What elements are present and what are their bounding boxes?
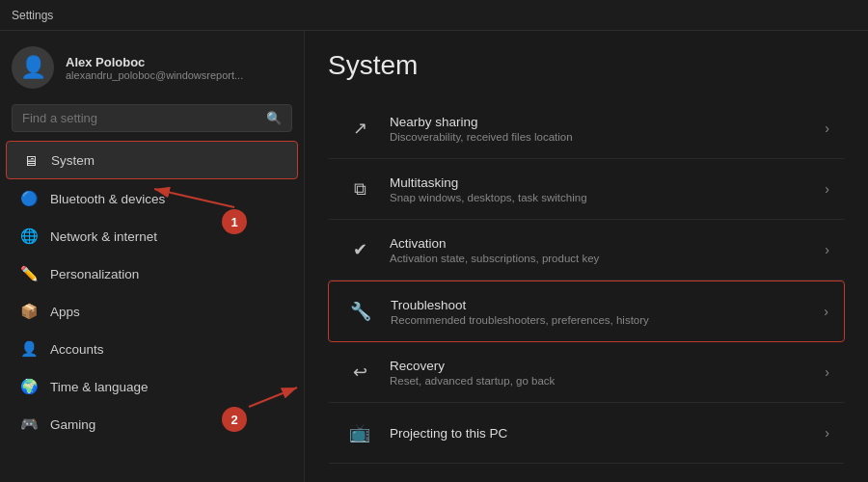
bluetooth-nav-icon: 🔵 — [19, 189, 39, 208]
time-nav-icon: 🌍 — [19, 377, 39, 396]
troubleshoot-title: Troubleshoot — [391, 298, 816, 312]
sidebar: 👤 Alex Poloboc alexandru_poloboc@windows… — [0, 31, 304, 451]
nearby-sharing-text: Nearby sharingDiscoverability, received … — [390, 115, 817, 143]
search-box[interactable]: 🔍 — [12, 104, 292, 132]
projecting-title: Projecting to this PC — [390, 426, 817, 441]
avatar: 👤 — [12, 46, 54, 89]
troubleshoot-icon: 🔧 — [344, 295, 377, 328]
setting-row-activation[interactable]: ✔ActivationActivation state, subscriptio… — [328, 220, 845, 281]
sidebar-item-apps[interactable]: 📦Apps — [6, 293, 298, 330]
recovery-text: RecoveryReset, advanced startup, go back — [390, 359, 817, 387]
troubleshoot-desc: Recommended troubleshooters, preferences… — [391, 314, 816, 326]
projecting-chevron: › — [825, 425, 829, 441]
projecting-text: Projecting to this PC — [390, 426, 817, 441]
sidebar-item-label-accounts: Accounts — [50, 342, 104, 357]
main-layout: 1 2 — [0, 31, 868, 482]
nearby-sharing-desc: Discoverability, received files location — [390, 131, 817, 143]
title-bar: Settings — [0, 0, 868, 31]
nav-container: 🖥System🔵Bluetooth & devices🌐Network & in… — [0, 140, 304, 443]
setting-row-multitasking[interactable]: ⧉MultitaskingSnap windows, desktops, tas… — [328, 159, 845, 220]
sidebar-item-accounts[interactable]: 👤Accounts — [6, 331, 298, 367]
system-nav-icon: 🖥 — [20, 150, 40, 170]
setting-row-troubleshoot[interactable]: 🔧TroubleshootRecommended troubleshooters… — [328, 281, 845, 342]
sidebar-wrapper: 1 2 — [0, 31, 304, 482]
multitasking-desc: Snap windows, desktops, task switching — [390, 192, 817, 203]
user-email: alexandru_poloboc@windowsreport... — [66, 69, 243, 81]
user-info: Alex Poloboc alexandru_poloboc@windowsre… — [66, 55, 243, 81]
annotation-1: 1 — [222, 209, 247, 234]
activation-title: Activation — [390, 236, 817, 251]
sidebar-item-label-gaming: Gaming — [50, 417, 95, 432]
troubleshoot-text: TroubleshootRecommended troubleshooters,… — [391, 298, 816, 326]
sidebar-item-label-network: Network & internet — [50, 229, 157, 244]
recovery-chevron: › — [825, 364, 829, 380]
multitasking-text: MultitaskingSnap windows, desktops, task… — [390, 175, 817, 203]
sidebar-item-gaming[interactable]: 🎮Gaming — [6, 406, 298, 442]
nearby-sharing-chevron: › — [825, 120, 829, 136]
user-name: Alex Poloboc — [66, 55, 243, 69]
sidebar-item-network[interactable]: 🌐Network & internet — [6, 218, 298, 254]
search-icon: 🔍 — [266, 111, 282, 125]
nearby-sharing-icon: ↗ — [343, 112, 376, 145]
network-nav-icon: 🌐 — [19, 227, 39, 246]
multitasking-chevron: › — [825, 181, 829, 197]
sidebar-item-label-system: System — [51, 153, 95, 168]
accounts-nav-icon: 👤 — [19, 339, 39, 359]
search-input[interactable] — [22, 111, 258, 125]
recovery-icon: ↩ — [343, 356, 376, 388]
page-title: System — [328, 50, 845, 81]
activation-icon: ✔ — [343, 233, 376, 266]
sidebar-item-label-personalization: Personalization — [50, 267, 139, 281]
nearby-sharing-title: Nearby sharing — [390, 115, 817, 129]
multitasking-icon: ⧉ — [343, 173, 376, 205]
user-icon: 👤 — [20, 55, 46, 80]
troubleshoot-chevron: › — [824, 304, 828, 319]
sidebar-item-bluetooth[interactable]: 🔵Bluetooth & devices — [6, 180, 298, 217]
annotation-2: 2 — [222, 407, 247, 432]
setting-row-recovery[interactable]: ↩RecoveryReset, advanced startup, go bac… — [328, 342, 845, 403]
user-profile[interactable]: 👤 Alex Poloboc alexandru_poloboc@windows… — [0, 31, 304, 100]
activation-text: ActivationActivation state, subscription… — [390, 236, 817, 264]
setting-row-projecting[interactable]: 📺Projecting to this PC› — [328, 403, 845, 464]
recovery-desc: Reset, advanced startup, go back — [390, 375, 817, 387]
setting-row-nearby-sharing[interactable]: ↗Nearby sharingDiscoverability, received… — [328, 98, 845, 159]
sidebar-item-label-apps: Apps — [50, 305, 80, 319]
projecting-icon: 📺 — [343, 416, 376, 449]
multitasking-title: Multitasking — [390, 175, 817, 190]
sidebar-item-time[interactable]: 🌍Time & language — [6, 368, 298, 405]
gaming-nav-icon: 🎮 — [19, 415, 39, 434]
sidebar-item-label-bluetooth: Bluetooth & devices — [50, 192, 165, 206]
sidebar-item-label-time: Time & language — [50, 380, 149, 394]
content-area: System ↗Nearby sharingDiscoverability, r… — [304, 31, 868, 482]
recovery-title: Recovery — [390, 359, 817, 373]
personalization-nav-icon: ✏️ — [19, 264, 39, 283]
sidebar-item-system[interactable]: 🖥System — [6, 141, 298, 179]
apps-nav-icon: 📦 — [19, 302, 39, 321]
sidebar-item-personalization[interactable]: ✏️Personalization — [6, 255, 298, 292]
title-bar-text: Settings — [12, 9, 53, 22]
activation-desc: Activation state, subscriptions, product… — [390, 253, 817, 264]
settings-container: ↗Nearby sharingDiscoverability, received… — [328, 98, 845, 464]
activation-chevron: › — [825, 242, 829, 257]
